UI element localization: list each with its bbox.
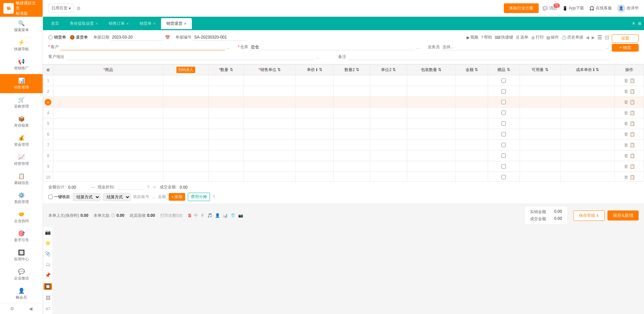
gift-cell-7[interactable]: [488, 140, 520, 150]
sidebar-item-apps[interactable]: 🔲 应用中心: [0, 246, 43, 265]
goods-input-3[interactable]: [60, 100, 156, 105]
right-panel-icon-3[interactable]: 📎: [45, 251, 51, 256]
pkg-cell-8[interactable]: [407, 150, 455, 161]
price-cell-4[interactable]: [296, 108, 333, 118]
amount-cell-4[interactable]: [455, 108, 488, 118]
available-cell-5[interactable]: [520, 118, 560, 129]
cost-price-cell-7[interactable]: [560, 140, 614, 150]
collapse-icon[interactable]: ◀: [29, 306, 33, 311]
radio-return-input[interactable]: [70, 35, 74, 40]
toolbar-select-btn[interactable]: ☰ 选单: [516, 35, 528, 40]
cashier-check-input[interactable]: [48, 195, 53, 199]
sidebar-item-member[interactable]: 👤 畅会员: [0, 284, 43, 303]
unit-cell-9[interactable]: [244, 161, 296, 172]
available-cell-2[interactable]: [520, 86, 560, 97]
app-download-btn[interactable]: 📱 App下载: [562, 5, 584, 11]
qty-cell-8[interactable]: [208, 150, 244, 161]
unit-cell-6[interactable]: [244, 129, 296, 140]
radio-delivery[interactable]: 销货单: [48, 35, 66, 40]
gift-check-1[interactable]: [501, 78, 506, 83]
pkg-cell-2[interactable]: [407, 86, 455, 97]
copy-row-icon-10[interactable]: 📋: [630, 175, 635, 180]
price-cell-3[interactable]: [296, 97, 333, 108]
unit2-cell-7[interactable]: [370, 140, 407, 150]
nav-next-icon[interactable]: ▶: [592, 35, 595, 40]
unit2-cell-8[interactable]: [370, 150, 407, 161]
right-panel-icon-4[interactable]: 🗂: [46, 262, 50, 267]
close-tab-sales-return[interactable]: ✕: [184, 22, 186, 25]
pkg-cell-4[interactable]: [407, 108, 455, 118]
gift-cell-6[interactable]: [488, 129, 520, 140]
copy-row-icon-8[interactable]: 📋: [630, 153, 635, 158]
qty-cell-2[interactable]: [208, 86, 244, 97]
available-cell-4[interactable]: [520, 108, 560, 118]
cost-price-cell-3[interactable]: [560, 97, 614, 108]
toolbar-help-btn[interactable]: ? 帮助: [481, 35, 492, 40]
qty-cell-1[interactable]: [208, 75, 244, 86]
sidebar-item-wechat[interactable]: 💬 企业微信: [0, 265, 43, 284]
goods-cell-9[interactable]: [53, 161, 163, 172]
toolbar-shortcut-btn[interactable]: ⌨ 快捷键: [495, 35, 513, 40]
close-all-tabs-icon[interactable]: ✕: [632, 21, 635, 26]
right-panel-icon-8[interactable]: 🏷: [46, 306, 50, 311]
sidebar-item-operation[interactable]: 📈 经营管理: [0, 150, 43, 170]
delete-row-icon-5[interactable]: 🗑: [624, 121, 628, 126]
toolbar-operate-btn[interactable]: ▤ 操作: [546, 35, 559, 40]
gift-check-3[interactable]: [501, 100, 506, 104]
qty2-cell-3[interactable]: [333, 97, 370, 108]
account-dots[interactable]: ...: [152, 195, 155, 199]
qty-cell-10[interactable]: [208, 172, 244, 182]
unit-cell-5[interactable]: [244, 118, 296, 129]
copy-row-icon-3[interactable]: 📋: [630, 100, 635, 105]
settings-icon[interactable]: ⚙: [10, 306, 14, 311]
remark-input[interactable]: [347, 54, 609, 60]
gift-check-2[interactable]: [501, 89, 506, 93]
gift-check-5[interactable]: [501, 121, 506, 126]
qty2-cell-1[interactable]: [333, 75, 370, 86]
delete-row-icon-2[interactable]: 🗑: [624, 89, 628, 94]
tab-sales-delivery[interactable]: 销货单 ✕: [134, 18, 161, 29]
goods-cell-10[interactable]: [53, 172, 163, 182]
view-grid-icon[interactable]: ⊟: [605, 34, 609, 41]
available-cell-3[interactable]: [520, 97, 560, 108]
cost-price-cell-1[interactable]: [560, 75, 614, 86]
right-panel-icon-6[interactable]: 🔲: [44, 283, 52, 290]
price-cell-7[interactable]: [296, 140, 333, 150]
amount-cell-3[interactable]: [455, 97, 488, 108]
delete-row-icon-3[interactable]: 🗑: [624, 100, 628, 105]
address-dots[interactable]: ...: [316, 55, 319, 59]
unit-cell-3[interactable]: [244, 97, 296, 108]
gift-cell-3[interactable]: [488, 97, 520, 108]
price-cell-6[interactable]: [296, 129, 333, 140]
toolbar-print-btn[interactable]: 🖨 打印: [531, 35, 544, 40]
unit2-cell-1[interactable]: [370, 75, 407, 86]
qty-cell-4[interactable]: [208, 108, 244, 118]
gift-cell-9[interactable]: [488, 161, 520, 172]
add-row-btn[interactable]: +: [45, 99, 51, 106]
cost-price-cell-2[interactable]: [560, 86, 614, 97]
cashier-checkbox[interactable]: 一键收款: [48, 194, 70, 200]
unit2-cell-5[interactable]: [370, 118, 407, 129]
goods-cell-1[interactable]: [53, 75, 163, 86]
cost-price-cell-9[interactable]: [560, 161, 614, 172]
delete-row-icon-8[interactable]: 🗑: [624, 153, 628, 158]
warehouse-dots[interactable]: ...: [416, 45, 420, 50]
qty2-cell-6[interactable]: [333, 129, 370, 140]
sidebar-item-finance[interactable]: 💰 资金管理: [0, 131, 43, 150]
gift-cell-5[interactable]: [488, 118, 520, 129]
pkg-cell-9[interactable]: [407, 161, 455, 172]
qty2-cell-2[interactable]: [333, 86, 370, 97]
sidebar-item-sales[interactable]: 📊 销售管理: [0, 74, 43, 93]
docnum-input[interactable]: [193, 34, 247, 41]
nav-prev-icon[interactable]: ◀: [586, 35, 589, 40]
gift-cell-10[interactable]: [488, 172, 520, 182]
copy-row-icon-4[interactable]: 📋: [630, 110, 635, 115]
gift-cell-8[interactable]: [488, 150, 520, 161]
cost-price-cell-5[interactable]: [560, 118, 614, 129]
topbar-gear-icon[interactable]: ⚙: [76, 6, 81, 11]
copy-row-icon-9[interactable]: 📋: [630, 164, 635, 169]
logistics-btn[interactable]: + 物流: [612, 44, 639, 52]
qty2-cell-7[interactable]: [333, 140, 370, 150]
copy-row-icon-2[interactable]: 📋: [630, 89, 635, 94]
sidebar-item-purchase[interactable]: 🛒 采购管理: [0, 93, 43, 112]
